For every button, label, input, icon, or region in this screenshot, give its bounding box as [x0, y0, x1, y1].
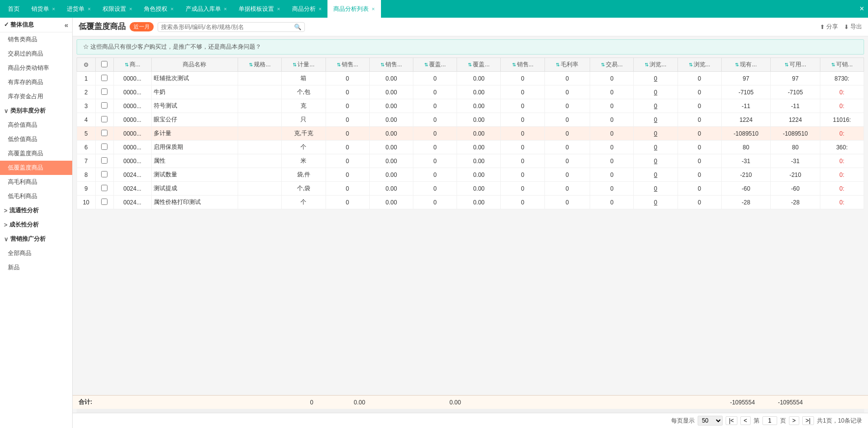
- row-checkbox-1[interactable]: [101, 88, 108, 95]
- th-sales3[interactable]: ⇅销售...: [501, 58, 544, 72]
- sidebar-group-abundance[interactable]: ∨ 类别丰度分析: [0, 104, 72, 118]
- cell-checkbox-5[interactable]: [95, 141, 113, 154]
- cell-browse1-6[interactable]: 0: [634, 154, 678, 168]
- select-all-checkbox[interactable]: [101, 61, 108, 67]
- cell-checkbox-7[interactable]: [95, 168, 113, 182]
- th-settings[interactable]: ⚙: [77, 58, 96, 72]
- tab-templates[interactable]: 单据模板设置 ×: [233, 0, 286, 18]
- per-page-select[interactable]: 50 100: [698, 416, 723, 426]
- th-browse2[interactable]: ⇅浏览...: [678, 58, 721, 72]
- cell-browse1-4[interactable]: 0: [634, 127, 678, 141]
- tab-sales[interactable]: 销货单 ×: [26, 0, 61, 18]
- export-button[interactable]: ⬇ 导出: [844, 23, 862, 31]
- close-roles-tab[interactable]: ×: [170, 6, 173, 12]
- sidebar-collapse-icon[interactable]: «: [64, 21, 68, 29]
- cell-browse1-3[interactable]: 0: [634, 113, 678, 127]
- cell-browse1-1[interactable]: 0: [634, 86, 678, 99]
- row-checkbox-9[interactable]: [101, 199, 108, 205]
- cell-checkbox-6[interactable]: [95, 154, 113, 168]
- sidebar-item-low-profit[interactable]: 低毛利商品: [0, 189, 72, 203]
- close-templates-tab[interactable]: ×: [277, 6, 280, 12]
- tab-analysis-list[interactable]: 商品分析列表 ×: [327, 0, 380, 18]
- cell-browse1-9[interactable]: 0: [634, 196, 678, 209]
- row-checkbox-8[interactable]: [101, 185, 108, 191]
- close-products-tab[interactable]: ×: [224, 6, 227, 12]
- cell-sales-qty-4: 0: [326, 127, 369, 141]
- next-page-button[interactable]: >: [789, 416, 799, 425]
- close-analysis-tab[interactable]: ×: [319, 6, 322, 12]
- sidebar-item-with-stock[interactable]: 有库存的商品: [0, 75, 72, 89]
- sidebar-item-high-coverage[interactable]: 高覆盖度商品: [0, 146, 72, 161]
- cell-browse1-7[interactable]: 0: [634, 168, 678, 182]
- th-spec[interactable]: ⇅规格...: [238, 58, 282, 72]
- th-coverage1[interactable]: ⇅覆盖...: [413, 58, 457, 72]
- row-checkbox-7[interactable]: [101, 171, 108, 177]
- close-purchase-tab[interactable]: ×: [87, 6, 90, 12]
- cell-checkbox-9[interactable]: [95, 196, 113, 209]
- sidebar-group-marketing[interactable]: ∨ 营销推广分析: [0, 232, 72, 246]
- cell-browse1-2[interactable]: 0: [634, 99, 678, 113]
- th-coverage2[interactable]: ⇅覆盖...: [457, 58, 501, 72]
- close-analysis-list-tab[interactable]: ×: [372, 6, 375, 12]
- th-sellable[interactable]: ⇅可销...: [820, 58, 864, 72]
- row-checkbox-0[interactable]: [101, 75, 108, 81]
- cell-checkbox-3[interactable]: [95, 113, 113, 127]
- tab-purchase[interactable]: 进货单 ×: [61, 0, 96, 18]
- page-input[interactable]: [762, 416, 777, 425]
- sidebar-group-flow[interactable]: > 流通性分析: [0, 203, 72, 218]
- filter-period-button[interactable]: 近一月: [130, 22, 154, 31]
- cell-no-8: 9: [77, 182, 96, 196]
- first-page-button[interactable]: |<: [726, 416, 737, 425]
- search-icon[interactable]: 🔍: [294, 24, 301, 30]
- row-checkbox-4[interactable]: [101, 130, 108, 136]
- cell-browse1-5[interactable]: 0: [634, 141, 678, 154]
- cell-checkbox-8[interactable]: [95, 182, 113, 196]
- cell-checkbox-0[interactable]: [95, 72, 113, 86]
- prev-page-button[interactable]: <: [740, 416, 751, 425]
- close-window-button[interactable]: ×: [860, 4, 864, 13]
- th-checkbox[interactable]: [95, 58, 113, 72]
- tab-products[interactable]: 产成品入库单 ×: [180, 0, 233, 18]
- sidebar-item-turnover[interactable]: 商品分类动销率: [0, 61, 72, 75]
- tab-roles[interactable]: 角色授权 ×: [138, 0, 179, 18]
- cell-checkbox-1[interactable]: [95, 86, 113, 99]
- th-available[interactable]: ⇅可用...: [771, 58, 820, 72]
- row-checkbox-6[interactable]: [101, 157, 108, 164]
- sidebar-item-new-goods[interactable]: 新品: [0, 260, 72, 275]
- cell-checkbox-2[interactable]: [95, 99, 113, 113]
- row-checkbox-2[interactable]: [101, 102, 108, 109]
- sidebar-item-stock-occupy[interactable]: 库存资金占用: [0, 89, 72, 104]
- sidebar-item-low-coverage[interactable]: 低覆盖度商品: [0, 161, 72, 175]
- cell-checkbox-4[interactable]: [95, 127, 113, 141]
- last-page-button[interactable]: >|: [802, 416, 814, 425]
- th-name[interactable]: 商品名称: [151, 58, 238, 72]
- share-button[interactable]: ⬆ 分享: [820, 23, 838, 31]
- th-sales-qty[interactable]: ⇅销售...: [326, 58, 369, 72]
- th-sales-amt[interactable]: ⇅销售...: [369, 58, 413, 72]
- sidebar-item-high-profit[interactable]: 高毛利商品: [0, 175, 72, 189]
- th-gross-rate[interactable]: ⇅毛利率: [544, 58, 590, 72]
- tab-analysis[interactable]: 商品分析 ×: [286, 0, 327, 18]
- sidebar-item-high-value[interactable]: 高价值商品: [0, 118, 72, 132]
- sidebar-item-low-value[interactable]: 低价值商品: [0, 132, 72, 146]
- close-permissions-tab[interactable]: ×: [129, 6, 132, 12]
- tab-permissions[interactable]: 权限设置 ×: [97, 0, 138, 18]
- sidebar-item-traded-goods[interactable]: 交易过的商品: [0, 47, 72, 61]
- sidebar-top-group[interactable]: ✓ 整体信息 «: [0, 18, 72, 32]
- sidebar-group-growth[interactable]: > 成长性分析: [0, 218, 72, 232]
- sidebar-item-all-goods[interactable]: 全部商品: [0, 246, 72, 260]
- cell-browse1-8[interactable]: 0: [634, 182, 678, 196]
- th-browse1[interactable]: ⇅浏览...: [634, 58, 678, 72]
- close-sales-tab[interactable]: ×: [52, 6, 55, 12]
- row-checkbox-3[interactable]: [101, 116, 108, 122]
- th-trade[interactable]: ⇅交易...: [590, 58, 634, 72]
- tab-home[interactable]: 首页: [2, 0, 26, 18]
- th-unit[interactable]: ⇅计量...: [282, 58, 326, 72]
- th-current[interactable]: ⇅现有...: [721, 58, 770, 72]
- cell-browse1-0[interactable]: 0: [634, 72, 678, 86]
- row-checkbox-5[interactable]: [101, 143, 108, 150]
- sidebar-item-sales-goods[interactable]: 销售类商品: [0, 32, 72, 47]
- search-input[interactable]: [161, 24, 292, 30]
- th-code[interactable]: ⇅商...: [113, 58, 151, 72]
- horizontal-scrollbar[interactable]: [77, 409, 864, 413]
